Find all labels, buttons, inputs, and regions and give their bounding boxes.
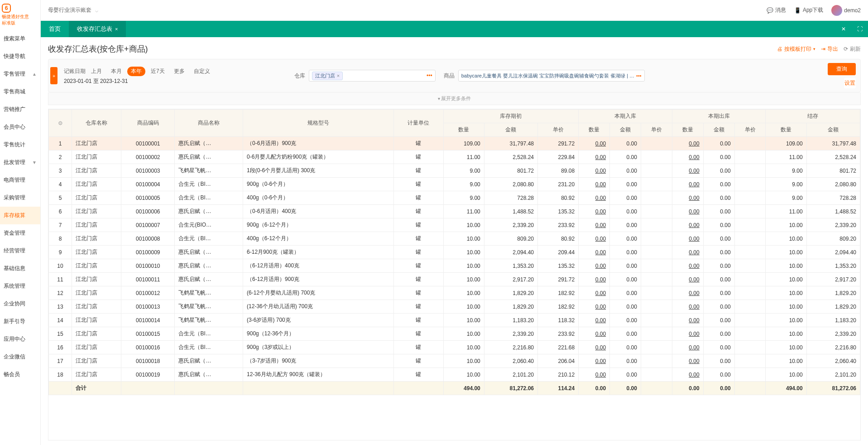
table-row[interactable]: 16江北门店00100016合生元（BI…900g（3岁或以上）罐10.002,… [49,341,860,354]
chevron-down-icon: ▾ [813,47,815,51]
sidebar-item-18[interactable]: 企业微信 [0,348,40,366]
table-row[interactable]: 13江北门店00100013飞鹤星飞帆…(12-36个月幼儿适用) 700克罐1… [49,300,860,314]
tab-report-label: 收发存汇总表 [77,25,112,33]
table-row[interactable]: 4江北门店00100004合生元（BI…900g（0-6个月）罐9.002,08… [49,178,860,191]
page-title: 收发存汇总表(按仓库+商品) [48,44,148,54]
printer-icon: 🖨 [777,46,782,52]
table-row[interactable]: 9江北门店00100009惠氏启赋（…6-12月900克（罐装）罐10.002,… [49,246,860,259]
sidebar-item-8[interactable]: 电商管理 [0,171,40,189]
th-name: 商品名称 [175,110,243,137]
sidebar-item-9[interactable]: 采购管理 [0,189,40,207]
table-row[interactable]: 6江北门店00100006惠氏启赋（…（0-6月适用）400克罐11.001,4… [49,205,860,218]
sidebar-item-13[interactable]: 基础信息 [0,260,40,277]
date-more[interactable]: 更多 [170,67,188,76]
phone-icon: 📱 [794,7,801,14]
th-initial: 库存期初 [443,110,579,123]
th-spec: 规格型号 [243,110,394,137]
tab-fullscreen[interactable]: ⛶ [852,21,868,37]
table-row[interactable]: 2江北门店00100002惠氏启赋（…0-6月婴儿配方奶粉900克（罐装）罐11… [49,150,860,164]
date-range: 2023-01-01 至 2023-12-31 [64,77,214,85]
user-menu[interactable]: demo2 [831,5,861,16]
sidebar-item-1[interactable]: 快捷导航 [0,48,40,65]
date-custom[interactable]: 自定义 [190,67,214,76]
settings-button[interactable]: 设置 [844,78,856,88]
th-balance: 结存 [766,110,860,123]
print-button[interactable]: 🖨按模板打印▾ [777,45,815,53]
user-name: demo2 [844,7,861,14]
expand-filters[interactable]: ▾ 展开更多条件 [48,92,861,105]
sidebar-item-14[interactable]: 系统管理 [0,277,40,295]
filter-bar: » 记账日期 上月 本月 本年 近7天 更多 自定义 2023-01-01 至 … [48,59,861,92]
logo-edition: 标准版 [2,20,15,26]
sidebar-item-19[interactable]: 畅会员 [0,366,40,383]
table-row[interactable]: 3江北门店00100003飞鹤星飞帆…1段(0-6个月婴儿适用) 300克罐9.… [49,164,860,178]
tabstrip: 首页 收发存汇总表 × ✕ ⛶ [41,21,868,37]
tab-home[interactable]: 首页 [41,21,69,37]
sidebar-item-4[interactable]: 营销推广 [0,101,40,118]
th-warehouse: 仓库名称 [72,110,121,137]
sidebar-item-7[interactable]: 批发管理▼ [0,154,40,171]
sidebar-item-5[interactable]: 会员中心 [0,118,40,136]
messages-link[interactable]: 💬 消息 [767,6,786,14]
collapse-filter-button[interactable]: » [50,67,58,84]
sidebar-item-10[interactable]: 库存核算 [0,207,40,224]
th-code: 商品编码 [121,110,175,137]
account-name: 母婴行业演示账套 [48,6,91,14]
refresh-button[interactable]: ⟳刷新 [844,45,861,53]
close-icon[interactable]: × [115,26,118,32]
goods-label: 商品 [442,72,455,80]
table-row[interactable]: 17江北门店00100018惠氏启赋（…（3-7岁适用）900克罐10.002,… [49,354,860,368]
query-button[interactable]: 查询 [828,63,856,75]
table-row[interactable]: 15江北门店00100015合生元（BI…900g（12-36个月）罐10.00… [49,327,860,341]
th-unit: 计量单位 [394,110,443,137]
date-this-year[interactable]: 本年 [127,67,145,76]
table-row[interactable]: 5江北门店00100005合生元（BI…400g（0-6个月）罐9.00728.… [49,191,860,205]
avatar [831,5,842,16]
th-out: 本期出库 [672,110,766,123]
sidebar-item-11[interactable]: 资金管理 [0,224,40,242]
sidebar-item-12[interactable]: 经营管理 [0,242,40,260]
chevron-down-icon: ⌵ [95,7,98,14]
tab-report[interactable]: 收发存汇总表 × [69,21,126,37]
tab-close-all[interactable]: ✕ [835,21,852,37]
table-row[interactable]: 12江北门店00100012飞鹤星飞帆…(6-12个月婴幼儿适用) 700克罐1… [49,286,860,300]
date-label: 记账日期 [64,68,86,75]
table-row[interactable]: 8江北门店00100008合生元（BI…400g（6-12个月）罐10.0080… [49,232,860,246]
more-icon[interactable]: ••• [636,73,642,78]
date-last7[interactable]: 近7天 [147,67,168,76]
export-icon: ⇥ [821,46,825,52]
sidebar-item-2[interactable]: 零售管理▲ [0,65,40,83]
sidebar-item-6[interactable]: 零售统计 [0,136,40,154]
topbar: 母婴行业演示账套 ⌵ 💬 消息 📱 App下载 demo2 [41,0,868,21]
sidebar-item-17[interactable]: 应用中心 [0,330,40,348]
refresh-icon: ⟳ [844,46,848,52]
sidebar: 6 畅捷通好生意 标准版 搜索菜单快捷导航零售管理▲零售商城营销推广会员中心零售… [0,0,41,445]
app-download-label: App下载 [803,6,823,14]
sidebar-item-16[interactable]: 新手引导 [0,313,40,330]
sidebar-item-0[interactable]: 搜索菜单 [0,30,40,48]
gear-icon[interactable]: ⚙ [58,120,63,126]
more-icon[interactable]: ••• [427,73,432,79]
table-row[interactable]: 18江北门店00100019惠氏启赋（…12-36月幼儿配方 900克（罐装）罐… [49,368,860,382]
table-row[interactable]: 7江北门店00100007合生元(BIO…900g（6-12个月）罐10.002… [49,218,860,232]
sidebar-item-3[interactable]: 零售商城 [0,83,40,101]
message-icon: 💬 [767,7,773,14]
logo-icon: 6 [2,4,11,13]
export-button[interactable]: ⇥导出 [821,45,838,53]
total-label: 合计 [72,382,121,395]
remove-chip-icon[interactable]: × [337,73,340,78]
goods-input[interactable]: babycare儿童餐具 婴儿注水保温碗 宝宝防摔碗吸盘碗辅食碗勺套装 雀湖绿 … [458,70,645,82]
date-last-month[interactable]: 上月 [87,67,106,76]
date-this-month[interactable]: 本月 [107,67,125,76]
table-row[interactable]: 10江北门店00100010惠氏启赋（…（6-12月适用）400克罐10.001… [49,259,860,273]
table-row[interactable]: 14江北门店00100014飞鹤星飞帆…(3-6岁适用) 700克罐10.001… [49,314,860,327]
th-in: 本期入库 [579,110,672,123]
account-select[interactable]: 母婴行业演示账套 ⌵ [48,6,111,14]
table-row[interactable]: 1江北门店00100001惠氏启赋（…（0-6月适用）900克罐109.0031… [49,137,860,150]
app-download-link[interactable]: 📱 App下载 [794,6,823,14]
sidebar-item-15[interactable]: 企业协同 [0,295,40,313]
table-row[interactable]: 11江北门店00100011惠氏启赋（…（6-12月适用）900克罐10.002… [49,273,860,286]
logo: 6 畅捷通好生意 标准版 [0,0,40,30]
warehouse-input[interactable]: 江北门店 × ••• [309,70,436,82]
data-table[interactable]: ⚙ 仓库名称 商品编码 商品名称 规格型号 计量单位 库存期初 本期入库 本期出… [48,109,861,440]
